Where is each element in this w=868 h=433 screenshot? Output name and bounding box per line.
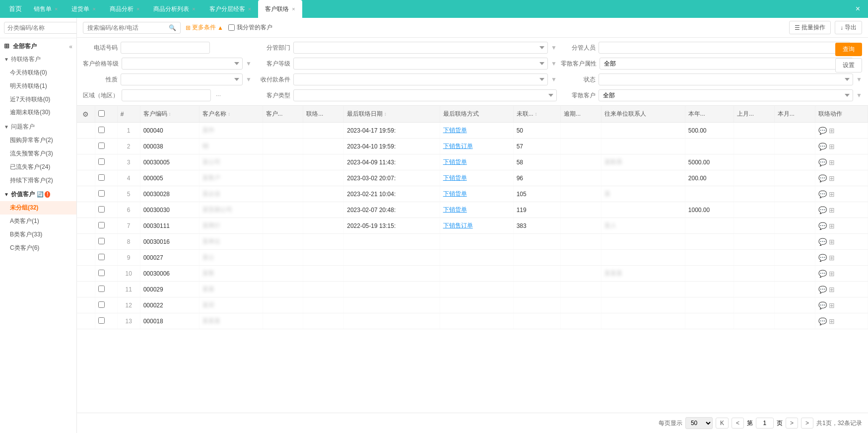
chat-action-icon[interactable]: 💬 xyxy=(818,206,827,214)
contact-method-link[interactable]: 下销售订单 xyxy=(443,222,473,229)
sidebar-item-class-a[interactable]: A类客户(1) xyxy=(0,215,76,228)
export-button[interactable]: ↓ 导出 xyxy=(835,21,862,34)
my-customers-checkbox[interactable] xyxy=(228,24,235,31)
row-select-checkbox[interactable] xyxy=(98,127,105,133)
prev-page-button[interactable]: < xyxy=(732,418,744,429)
sidebar-group-value-title[interactable]: ▼ 价值客户 🔄 ! xyxy=(0,188,76,201)
row-select-checkbox[interactable] xyxy=(98,158,105,165)
chat-action-icon[interactable]: 💬 xyxy=(818,317,827,325)
batch-operation-button[interactable]: ☰ 批量操作 xyxy=(789,21,831,34)
chat-action-icon[interactable]: 💬 xyxy=(818,127,827,135)
grid-action-icon[interactable]: ⊞ xyxy=(829,238,835,246)
sidebar-item-class-c[interactable]: C类客户(6) xyxy=(0,241,76,255)
grid-action-icon[interactable]: ⊞ xyxy=(829,301,835,309)
grid-action-icon[interactable]: ⊞ xyxy=(829,286,835,293)
region-input[interactable] xyxy=(122,89,211,101)
sidebar-item-churned[interactable]: 已流失客户(24) xyxy=(0,160,76,174)
contact-method-link[interactable]: 下销货单 xyxy=(443,174,467,181)
sidebar-group-pending-title[interactable]: ▼ 待联络客户 xyxy=(0,53,76,66)
sidebar-search-input[interactable] xyxy=(4,22,77,34)
nav-tab-sales[interactable]: 销售单 × xyxy=(27,0,65,18)
contact-method-link[interactable]: 下销货单 xyxy=(443,127,467,134)
row-select-checkbox[interactable] xyxy=(98,270,105,276)
row-select-checkbox[interactable] xyxy=(98,317,105,324)
nav-tab-customer-tier[interactable]: 客户分层经客 × xyxy=(202,0,258,18)
contact-method-link[interactable]: 下销货单 xyxy=(443,190,467,197)
main-search-icon[interactable]: 🔍 xyxy=(169,24,176,31)
manager-input[interactable] xyxy=(599,42,850,54)
row-select-checkbox[interactable] xyxy=(98,143,105,149)
nav-tab-customer-contact[interactable]: 客户联络 × xyxy=(258,0,302,18)
grid-action-icon[interactable]: ⊞ xyxy=(829,127,835,135)
row-select-checkbox[interactable] xyxy=(98,174,105,181)
grid-action-icon[interactable]: ⊞ xyxy=(829,206,835,214)
chat-action-icon[interactable]: 💬 xyxy=(818,254,827,262)
close-tab-sales-icon[interactable]: × xyxy=(55,6,58,12)
retail-attr-select[interactable]: 全部 xyxy=(600,58,853,70)
grid-action-icon[interactable]: ⊞ xyxy=(829,174,835,182)
sidebar-item-overdue-contact[interactable]: 逾期未联络(30) xyxy=(0,106,76,119)
contact-method-link[interactable]: 下销货单 xyxy=(443,158,467,165)
more-conditions-btn[interactable]: ⊞ 更多条件 ▲ xyxy=(186,23,223,32)
status-select[interactable] xyxy=(599,73,853,85)
chat-action-icon[interactable]: 💬 xyxy=(818,222,827,230)
last-page-button[interactable]: > xyxy=(801,418,813,429)
nature-select[interactable] xyxy=(121,73,243,85)
sidebar-item-declining[interactable]: 持续下滑客户(2) xyxy=(0,174,76,187)
settings-gear-icon[interactable]: ⚙ xyxy=(82,110,89,118)
select-all-checkbox[interactable] xyxy=(98,110,105,117)
chat-action-icon[interactable]: 💬 xyxy=(818,270,827,278)
sidebar-item-unclassified[interactable]: 未分组(32) xyxy=(0,201,76,215)
chat-action-icon[interactable]: 💬 xyxy=(818,190,827,198)
sidebar-item-churn-warning[interactable]: 流失预警客户(3) xyxy=(0,147,76,160)
chat-action-icon[interactable]: 💬 xyxy=(818,301,827,309)
all-customers-header[interactable]: ⊞ 全部客户 « xyxy=(0,38,76,53)
row-select-checkbox[interactable] xyxy=(98,286,105,292)
close-tab-customer-contact-icon[interactable]: × xyxy=(292,6,295,12)
row-select-checkbox[interactable] xyxy=(98,254,105,260)
grid-action-icon[interactable]: ⊞ xyxy=(829,190,835,198)
region-more-icon[interactable]: ··· xyxy=(214,92,223,99)
nav-home[interactable]: 首页 xyxy=(4,4,27,13)
customer-type-select[interactable] xyxy=(293,89,557,101)
grid-action-icon[interactable]: ⊞ xyxy=(829,317,835,325)
th-no-contact[interactable]: 未联... xyxy=(513,106,560,123)
th-code[interactable]: 客户编码 xyxy=(140,106,200,123)
close-window-icon[interactable]: × xyxy=(852,4,864,13)
per-page-select[interactable]: 50 100 200 xyxy=(685,417,713,429)
grid-action-icon[interactable]: ⊞ xyxy=(829,222,835,230)
row-select-checkbox[interactable] xyxy=(98,301,105,308)
grid-action-icon[interactable]: ⊞ xyxy=(829,270,835,278)
nav-tab-analysis-list[interactable]: 商品分析列表 × xyxy=(146,0,202,18)
page-number-input[interactable] xyxy=(756,418,774,429)
th-last-date[interactable]: 最后联络日期 xyxy=(344,106,440,123)
first-page-button[interactable]: K xyxy=(716,418,729,429)
sidebar-group-problem-title[interactable]: ▼ 问题客户 xyxy=(0,120,76,134)
sidebar-collapse-icon[interactable]: « xyxy=(69,43,72,50)
chat-action-icon[interactable]: 💬 xyxy=(818,143,827,150)
contact-method-link[interactable]: 下销售订单 xyxy=(443,143,473,149)
query-button[interactable]: 查询 xyxy=(835,43,862,56)
row-select-checkbox[interactable] xyxy=(98,238,105,244)
main-search-input[interactable] xyxy=(87,24,167,31)
payment-select[interactable] xyxy=(293,73,548,85)
close-tab-purchase-icon[interactable]: × xyxy=(92,6,95,12)
contact-method-link[interactable]: 下销货单 xyxy=(443,206,467,213)
grid-action-icon[interactable]: ⊞ xyxy=(829,254,835,262)
close-tab-analysis-list-icon[interactable]: × xyxy=(192,6,195,12)
row-select-checkbox[interactable] xyxy=(98,206,105,213)
reset-button[interactable]: 设置 xyxy=(835,58,862,72)
nav-tab-purchase[interactable]: 进货单 × xyxy=(65,0,102,18)
customer-level-select[interactable] xyxy=(293,58,548,70)
chat-action-icon[interactable]: 💬 xyxy=(818,286,827,293)
price-level-select[interactable] xyxy=(122,58,243,70)
sidebar-item-today[interactable]: 今天待联络(0) xyxy=(0,66,76,79)
sidebar-item-abnormal[interactable]: 囤购异常客户(2) xyxy=(0,134,76,147)
chat-action-icon[interactable]: 💬 xyxy=(818,174,827,182)
row-select-checkbox[interactable] xyxy=(98,190,105,197)
grid-action-icon[interactable]: ⊞ xyxy=(829,143,835,150)
sidebar-item-tomorrow[interactable]: 明天待联络(1) xyxy=(0,79,76,93)
sidebar-item-7days[interactable]: 近7天待联络(0) xyxy=(0,93,76,106)
retail-customer-select[interactable]: 全部 xyxy=(599,89,853,101)
next-page-button[interactable]: > xyxy=(786,418,798,429)
